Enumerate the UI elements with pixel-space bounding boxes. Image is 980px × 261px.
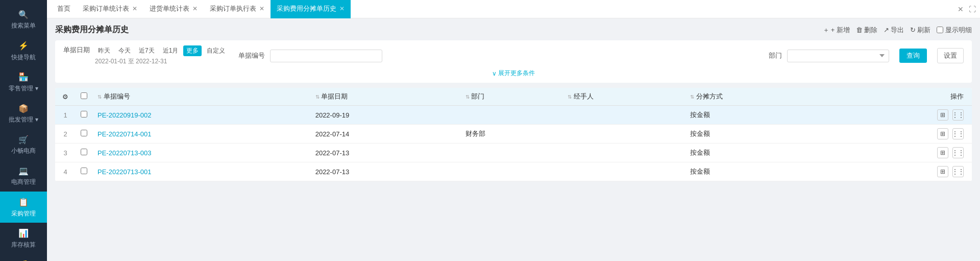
expand-more: ∨ 展开更多条件 (63, 69, 964, 78)
refresh-button[interactable]: ↻ 刷新 (910, 26, 930, 35)
tab-purchase-fee-history[interactable]: 采购费用分摊单历史 ✕ (271, 0, 351, 18)
date-more[interactable]: 更多 (183, 45, 202, 56)
settings-gear-icon[interactable]: ⚙ (62, 93, 68, 101)
row-handler (562, 125, 685, 144)
settings-button[interactable]: 设置 (937, 48, 964, 63)
sidebar-item-purchase[interactable]: 📋 采购管理 (0, 192, 47, 223)
row-more-btn[interactable]: ⋮⋮ (952, 166, 964, 177)
doc-no-input[interactable] (270, 50, 382, 62)
row-doc-no: PE-20220714-001 (92, 125, 310, 144)
date-custom[interactable]: 自定义 (204, 45, 228, 56)
date-filter: 单据日期 昨天 今天 近7天 近1月 更多 自定义 2022-01-01 至 2… (63, 45, 228, 66)
row-doc-no: PE-20220713-003 (92, 144, 310, 162)
row-checkbox[interactable] (81, 130, 87, 136)
sort-icon-date[interactable]: ⇅ (315, 94, 320, 100)
row-more-btn[interactable]: ⋮⋮ (952, 109, 964, 121)
retail-icon: 🏪 (2, 72, 45, 83)
data-table: ⚙ ⇅ 单据编号 ⇅ 单据日期 (55, 88, 972, 181)
doc-no-filter: 单据编号 (238, 50, 382, 62)
row-seq: 4 (55, 162, 76, 181)
sidebar-item-retail[interactable]: 🏪 零售管理 ▾ (0, 66, 47, 98)
table-body: 1 PE-20220919-002 2022-09-19 按金额 ⊞ ⋮⋮ 2 … (55, 106, 972, 181)
tab-purchase-order-exec[interactable]: 采购订单执行表 ✕ (204, 0, 271, 18)
tab-purchase-order-stat[interactable]: 采购订单统计表 ✕ (77, 0, 143, 18)
doc-no-link[interactable]: PE-20220919-002 (97, 111, 152, 119)
row-checkbox[interactable] (81, 168, 87, 174)
query-button[interactable]: 查询 (899, 49, 927, 63)
date-today[interactable]: 今天 (115, 45, 134, 56)
sort-icon[interactable]: ⇅ (97, 94, 102, 100)
export-icon: ↗ (884, 26, 889, 34)
table-row: 1 PE-20220919-002 2022-09-19 按金额 ⊞ ⋮⋮ (55, 106, 972, 125)
show-cols-checkbox[interactable] (937, 27, 943, 33)
sidebar-item-ecommerce[interactable]: 💻 电商管理 (0, 160, 47, 192)
table-row: 4 PE-20220713-001 2022-07-13 按金额 ⊞ ⋮⋮ (55, 162, 972, 181)
row-view-btn[interactable]: ⊞ (937, 147, 948, 158)
row-view-btn[interactable]: ⊞ (937, 128, 948, 139)
sort-icon-handler[interactable]: ⇅ (568, 94, 572, 100)
tab-close-purchase-order-stat[interactable]: ✕ (132, 5, 137, 12)
tab-close-incoming-stat[interactable]: ✕ (192, 5, 198, 12)
row-checkbox-cell (76, 125, 92, 144)
content-area: 采购费用分摊单历史 ＋ + 新增 🗑 删除 ↗ 导出 ↻ 刷新 (47, 18, 980, 261)
table-row: 2 PE-20220714-001 2022-07-14 财务部 按金额 ⊞ ⋮… (55, 125, 972, 144)
dept-select[interactable] (787, 50, 889, 62)
sort-icon-dept[interactable]: ⇅ (465, 94, 470, 100)
row-checkbox[interactable] (81, 149, 87, 155)
tab-close-purchase-order-exec[interactable]: ✕ (259, 5, 264, 12)
sidebar-item-mini[interactable]: 🛒 小畅电商 (0, 129, 47, 160)
doc-no-label: 单据编号 (238, 51, 265, 60)
tab-close-purchase-fee-history[interactable]: ✕ (339, 5, 345, 12)
dept-label: 部门 (769, 51, 782, 60)
date-1month[interactable]: 近1月 (160, 45, 182, 56)
page-title: 采购费用分摊单历史 (55, 25, 129, 35)
row-view-btn[interactable]: ⊞ (937, 166, 948, 177)
sidebar-item-search[interactable]: 🔍 搜索菜单 (0, 4, 47, 35)
add-button[interactable]: ＋ + 新增 (823, 26, 850, 35)
select-all-checkbox[interactable] (81, 92, 87, 99)
row-dept (460, 144, 563, 162)
expand-btn[interactable]: ∨ 展开更多条件 (492, 69, 535, 78)
main-area: 首页 采购订单统计表 ✕ 进货单统计表 ✕ 采购订单执行表 ✕ 采购费用分摊单历… (47, 0, 980, 261)
tab-incoming-stat[interactable]: 进货单统计表 ✕ (143, 0, 204, 18)
date-7days[interactable]: 近7天 (136, 45, 158, 56)
row-date: 2022-07-13 (310, 162, 460, 181)
row-seq: 3 (55, 144, 76, 162)
chevron-down-icon: ▾ (35, 116, 38, 123)
sidebar-item-inventory[interactable]: 📊 库存核算 (0, 223, 47, 254)
close-all-icon[interactable]: ✕ (958, 5, 964, 13)
doc-no-link[interactable]: PE-20220713-001 (97, 168, 152, 176)
sidebar-item-wholesale[interactable]: 📦 批发管理 ▾ (0, 98, 47, 129)
sidebar-item-finance[interactable]: 💰 资金管理 (0, 254, 47, 262)
tab-home[interactable]: 首页 (51, 0, 77, 18)
row-date: 2022-07-13 (310, 144, 460, 162)
row-actions: ⊞ ⋮⋮ (830, 144, 972, 162)
row-checkbox[interactable] (81, 111, 87, 117)
row-actions: ⊞ ⋮⋮ (830, 125, 972, 144)
quick-icon: ⚡ (2, 40, 45, 52)
th-dept: ⇅ 部门 (460, 88, 563, 106)
doc-no-link[interactable]: PE-20220714-001 (97, 130, 152, 138)
row-doc-no: PE-20220919-002 (92, 106, 310, 125)
row-checkbox-cell (76, 162, 92, 181)
row-handler (562, 162, 685, 181)
row-doc-no: PE-20220713-001 (92, 162, 310, 181)
row-view-btn[interactable]: ⊞ (937, 109, 948, 121)
show-cols-toggle[interactable]: 显示明细 (937, 26, 972, 35)
delete-button[interactable]: 🗑 删除 (856, 26, 877, 35)
sort-icon-method[interactable]: ⇅ (690, 94, 694, 100)
export-button[interactable]: ↗ 导出 (884, 26, 904, 35)
date-options: 昨天 今天 近7天 近1月 更多 自定义 2022-01-01 至 2022-1… (95, 45, 228, 66)
sidebar-item-quick[interactable]: ⚡ 快捷导航 (0, 35, 47, 66)
search-icon: 🔍 (2, 9, 45, 20)
maximize-icon[interactable]: ⛶ (969, 5, 976, 13)
row-more-btn[interactable]: ⋮⋮ (952, 147, 964, 158)
date-yesterday[interactable]: 昨天 (95, 45, 113, 56)
row-method: 按金额 (685, 106, 830, 125)
th-method: ⇅ 分摊方式 (685, 88, 830, 106)
row-more-btn[interactable]: ⋮⋮ (952, 128, 964, 139)
row-seq: 2 (55, 125, 76, 144)
finance-icon: 💰 (2, 259, 45, 262)
doc-no-link[interactable]: PE-20220713-003 (97, 149, 152, 157)
table-wrap: ⚙ ⇅ 单据编号 ⇅ 单据日期 (55, 88, 972, 181)
